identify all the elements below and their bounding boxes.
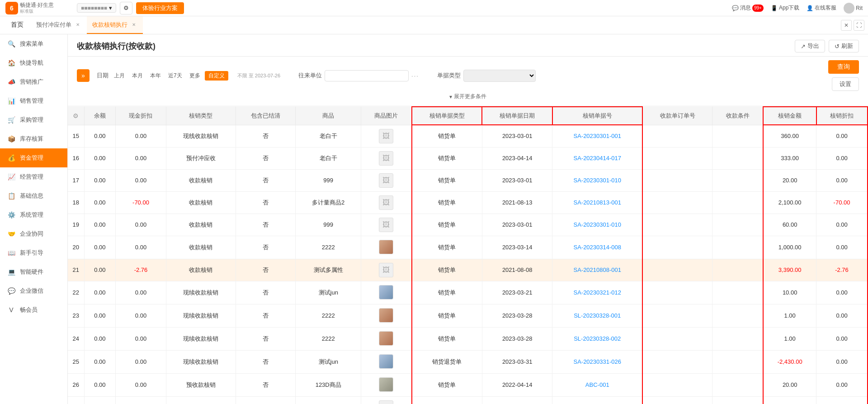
date-more-btn[interactable]: 更多 <box>187 71 203 81</box>
operations-icon: 📈 <box>7 173 15 181</box>
tab-prepay[interactable]: 预付冲应付单 ✕ <box>31 16 87 34</box>
tab-prepay-close[interactable]: ✕ <box>74 21 81 29</box>
from-unit-input[interactable] <box>325 70 409 81</box>
sidebar-item-member[interactable]: V 畅会员 <box>0 300 67 319</box>
td-verify-discount: -2.76 <box>816 259 868 281</box>
sidebar-item-guide[interactable]: 📖 新手引导 <box>0 243 67 262</box>
online-service-btn[interactable]: 👤 在线客服 <box>807 4 836 12</box>
td-receipt-order-no <box>642 350 712 373</box>
voucher-type-label: 单据类型 <box>437 71 461 80</box>
sidebar-item-purchase[interactable]: 🛒 采购管理 <box>0 110 67 129</box>
bill-no-link[interactable]: SA-20210813-001 <box>573 199 621 206</box>
td-include-settled: 否 <box>236 350 296 373</box>
td-index: 24 <box>68 327 84 350</box>
main-layout: 🔍 搜索菜单 🏠 快捷导航 📣 营销推广 📊 销售管理 🛒 采购管理 📦 库存核… <box>0 34 868 404</box>
sidebar-item-system[interactable]: ⚙️ 系统管理 <box>0 205 67 224</box>
td-verify-amount: 333.00 <box>763 147 816 169</box>
tab-verify-close[interactable]: ✕ <box>130 21 137 29</box>
th-balance: 余额 <box>84 107 116 125</box>
sidebar-item-operations[interactable]: 📈 经营管理 <box>0 167 67 186</box>
col-settings-icon[interactable]: ⚙ <box>73 112 79 119</box>
sidebar-item-collab[interactable]: 🤝 企业协同 <box>0 224 67 243</box>
voucher-type-select[interactable] <box>463 70 536 82</box>
product-thumb: 🖼 <box>379 263 393 277</box>
sidebar-item-inventory[interactable]: 📦 库存核算 <box>0 129 67 148</box>
date-this-month-btn[interactable]: 本月 <box>129 71 146 81</box>
td-product: 测试jun <box>296 350 361 373</box>
bill-no-link[interactable]: ABC-001 <box>585 381 609 388</box>
td-index: 20 <box>68 236 84 259</box>
td-verify-amount: 3,390.00 <box>763 259 816 281</box>
table-row: 26 0.00 0.00 预收款核销 否 123D商品 销货单 2022-04-… <box>68 373 868 396</box>
export-btn[interactable]: ↗ 导出 <box>795 40 825 52</box>
bill-no-link[interactable]: SA-20230414-017 <box>573 155 621 162</box>
table-row: 25 0.00 0.00 现续收款核销 否 测试jun 销货退货单 2023-0… <box>68 350 868 373</box>
sidebar-item-wecom[interactable]: 💬 企业微信 <box>0 281 67 300</box>
td-cash-discount: 0.00 <box>116 169 166 191</box>
product-thumb: 🖼 <box>379 173 393 188</box>
app-download-btn[interactable]: 📱 App下载 <box>771 4 799 12</box>
td-receipt-order-no <box>642 304 712 327</box>
sidebar-item-sales[interactable]: 📊 销售管理 <box>0 91 67 110</box>
sidebar-item-basics[interactable]: 📋 基础信息 <box>0 186 67 205</box>
th-settings: ⚙ <box>68 107 84 125</box>
tab-verify[interactable]: 收款核销执行 ✕ <box>87 16 143 34</box>
message-btn[interactable]: 💬 消息 99+ <box>732 4 764 12</box>
sidebar-item-search[interactable]: 🔍 搜索菜单 <box>0 34 67 53</box>
query-btn[interactable]: 查询 <box>828 60 859 74</box>
td-include-settled: 否 <box>236 304 296 327</box>
settings-btn[interactable]: ⚙ <box>120 2 132 14</box>
bill-no-link[interactable]: SA-20230314-008 <box>573 244 621 251</box>
bill-no-link[interactable]: SA-20230301-010 <box>573 221 621 228</box>
product-thumb <box>379 331 393 346</box>
td-cash-discount: -2.76 <box>116 259 166 281</box>
logo: 6 畅捷通·好生意 标准版 <box>5 2 73 14</box>
date-custom-btn[interactable]: 自定义 <box>205 71 228 81</box>
product-thumb <box>379 377 393 392</box>
td-include-settled: 否 <box>236 281 296 304</box>
sidebar-item-finance[interactable]: 💰 资金管理 <box>0 148 67 167</box>
bill-no-link[interactable]: SA-20230301-010 <box>573 177 621 184</box>
user-profile[interactable]: Rit <box>844 3 863 14</box>
tab-verify-label: 收款核销执行 <box>92 21 127 29</box>
th-include-settled: 包含已结清 <box>236 107 296 125</box>
settings-btn-filter[interactable]: 设置 <box>832 77 859 91</box>
sidebar-item-marketing[interactable]: 📣 营销推广 <box>0 72 67 91</box>
filter-expand-btn[interactable]: » <box>77 69 90 82</box>
refresh-btn[interactable]: ↺ 刷新 <box>829 40 859 52</box>
td-balance: 0.00 <box>84 259 116 281</box>
td-verify-amount: 2,100.00 <box>763 191 816 214</box>
tab-close-all-btn[interactable]: ✕ <box>841 20 852 31</box>
td-verify-discount: 0.00 <box>816 350 868 373</box>
bill-no-link[interactable]: SL-20230328-002 <box>574 335 621 342</box>
sidebar-item-hardware[interactable]: 💻 智能硬件 <box>0 262 67 281</box>
bill-no-link[interactable]: SA-20210808-001 <box>573 266 621 273</box>
tab-home[interactable]: 首页 <box>4 16 31 34</box>
bill-no-link[interactable]: SA-20230321-012 <box>573 289 621 296</box>
td-verify-bill-type: 销货单 <box>412 191 482 214</box>
th-verify-bill-date: 核销单据日期 <box>482 107 552 125</box>
tab-expand-btn[interactable]: ⛶ <box>854 20 864 31</box>
td-verify-type: 现续收款核销 <box>166 350 236 373</box>
product-thumb <box>379 285 393 299</box>
top-bar-middle: ■■■■■■■■ ▾ ⚙ 体验行业方案 <box>77 2 728 14</box>
bill-no-link[interactable]: SA-20230301-001 <box>573 133 621 139</box>
industry-btn[interactable]: 体验行业方案 <box>136 2 184 14</box>
basics-icon: 📋 <box>7 192 15 200</box>
expand-more-row[interactable]: ▾ 展开更多条件 <box>77 91 859 102</box>
bill-no-link[interactable]: SA-20230331-026 <box>573 358 621 365</box>
td-verify-bill-date: 2023-03-01 <box>482 169 552 191</box>
td-product: 老白干 <box>296 147 361 169</box>
date-this-year-btn[interactable]: 本年 <box>147 71 164 81</box>
td-balance: 0.00 <box>84 304 116 327</box>
company-selector[interactable]: ■■■■■■■■ ▾ <box>77 3 116 13</box>
filter-row: » 日期 上月 本月 本年 近7天 更多 自定义 不限 至 2023-07-26 <box>77 60 859 91</box>
tab-bar: 首页 预付冲应付单 ✕ 收款核销执行 ✕ ✕ ⛶ <box>0 16 868 34</box>
date-7days-btn[interactable]: 近7天 <box>165 71 185 81</box>
bill-no-link[interactable]: SL-20230328-001 <box>574 312 621 319</box>
td-product: 123D商品 <box>296 373 361 396</box>
td-balance: 0.00 <box>84 373 116 396</box>
date-last-month-btn[interactable]: 上月 <box>111 71 127 81</box>
sidebar-item-quicknav[interactable]: 🏠 快捷导航 <box>0 53 67 72</box>
td-verify-bill-date: 2023-03-31 <box>482 350 552 373</box>
